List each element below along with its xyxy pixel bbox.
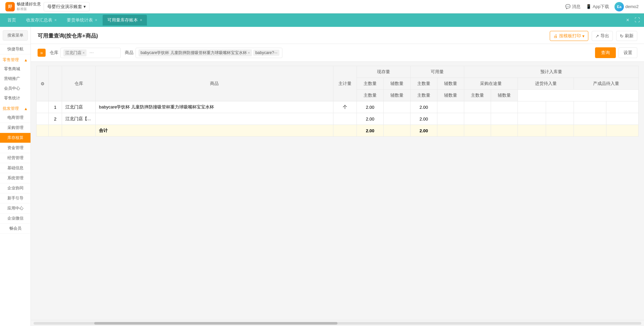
cell-avail-aux-1 bbox=[437, 101, 464, 113]
product-tag1-remove[interactable]: × bbox=[248, 51, 250, 55]
settings-btn[interactable]: 设置 bbox=[619, 47, 637, 58]
th-stock-aux: 辅数量 bbox=[383, 78, 410, 90]
refresh-btn[interactable]: ↻ 刷新 bbox=[616, 31, 637, 41]
print-icon: 🖨 bbox=[553, 34, 558, 39]
product-filter-group: 商品 babycare学饮杯 儿童防摔防撞吸管杯重力球吸嘴杯宝宝水杯 × bab… bbox=[125, 48, 282, 58]
filter-bar: » 仓库 江北门店 × ··· 商品 babycare学饮杯 儿童防摔防撞吸管杯… bbox=[31, 44, 644, 62]
tab-order-stats[interactable]: 要货单统计表 × bbox=[62, 15, 102, 26]
sidebar-item-finance[interactable]: 资金管理 bbox=[0, 143, 31, 153]
product-tag1-text: babycare学饮杯 儿童防摔防撞吸管杯重力球吸嘴杯宝宝水杯 bbox=[141, 50, 247, 56]
cell-stock-aux-1 bbox=[383, 101, 410, 113]
sidebar-item-retail-mall[interactable]: 零售商城 bbox=[0, 64, 31, 74]
search-menu-btn[interactable]: 搜索菜单 bbox=[3, 30, 28, 41]
sidebar-item-purchase[interactable]: 采购管理 bbox=[0, 123, 31, 133]
export-btn[interactable]: ↗ 导出 bbox=[592, 31, 613, 41]
cell-stock-aux-2 bbox=[383, 113, 410, 125]
table-row: 1 江北门店 babycare学饮杯 儿童防摔防撞吸管杯重力球吸嘴杯宝宝水杯 个… bbox=[37, 101, 639, 113]
warehouse-tag-remove[interactable]: × bbox=[83, 51, 85, 55]
th-available-group: 可用量 bbox=[410, 66, 464, 78]
export-label: 导出 bbox=[600, 33, 609, 39]
sidebar-item-retail-stats[interactable]: 零售统计 bbox=[0, 93, 31, 103]
warehouse-filter-input[interactable]: 江北门店 × ··· bbox=[60, 48, 121, 58]
th-unit: 主计量 bbox=[333, 66, 357, 101]
th-stock-group: 现存量 bbox=[357, 66, 410, 78]
footer-bar bbox=[31, 320, 644, 326]
cell-stock-main-1: 2.00 bbox=[357, 101, 383, 113]
sidebar-item-wechat[interactable]: 企业微信 bbox=[0, 214, 31, 224]
tab-order-stats-close[interactable]: × bbox=[95, 18, 97, 22]
sidebar-item-marketing[interactable]: 营销推广 bbox=[0, 74, 31, 84]
sidebar-item-basics[interactable]: 基础信息 bbox=[0, 163, 31, 173]
summary-stock-aux bbox=[383, 125, 410, 137]
horizontal-scrollbar[interactable] bbox=[34, 322, 641, 325]
sidebar-item-ecommerce[interactable]: 电商管理 bbox=[0, 113, 31, 123]
cell-warehouse-2: 江北门店【... bbox=[62, 113, 96, 125]
sidebar-item-newbie[interactable]: 新手引导 bbox=[0, 193, 31, 203]
cell-product-2 bbox=[96, 113, 333, 125]
nav-close-all[interactable]: × bbox=[625, 16, 631, 25]
user-name: demo2 bbox=[625, 4, 639, 9]
tab-stock-summary-close[interactable]: × bbox=[54, 18, 57, 22]
logo-app-name: 畅捷通好生意 bbox=[17, 2, 41, 7]
sidebar-item-inventory[interactable]: 库存核算 bbox=[0, 133, 31, 143]
th-no bbox=[49, 66, 62, 101]
tab-home[interactable]: 首页 bbox=[3, 15, 21, 26]
summary-production-aux bbox=[606, 125, 638, 137]
page-title: 可用量查询(按仓库+商品) bbox=[38, 33, 98, 40]
warehouse-tag-text: 江北门店 bbox=[65, 50, 82, 56]
table-row: 2 江北门店【... 2.00 2.00 bbox=[37, 113, 639, 125]
product-filter-input[interactable]: babycare学饮杯 儿童防摔防撞吸管杯重力球吸嘴杯宝宝水杯 × babyca… bbox=[136, 48, 282, 58]
summary-empty-1 bbox=[37, 125, 49, 137]
sidebar-item-system[interactable]: 系统管理 bbox=[0, 173, 31, 183]
sidebar-section-wholesale[interactable]: 批发管理 ▲ bbox=[0, 103, 31, 113]
product-tag1: babycare学饮杯 儿童防摔防撞吸管杯重力球吸嘴杯宝宝水杯 × bbox=[139, 49, 252, 56]
sidebar-item-operations[interactable]: 经营管理 bbox=[0, 153, 31, 163]
cell-avail-main-1: 2.00 bbox=[410, 101, 437, 113]
sidebar-item-member-plus[interactable]: 畅会员 bbox=[0, 224, 31, 234]
th-settings[interactable]: ⚙ bbox=[37, 66, 49, 101]
message-btn[interactable]: 💬 消息 bbox=[565, 4, 581, 10]
cell-incoming-main-2 bbox=[518, 113, 546, 125]
refresh-icon: ↻ bbox=[620, 34, 624, 39]
table-container: ⚙ 仓库 商品 主计量 现存量 可用量 预计入库量 主数量 辅数量 主数量 辅数… bbox=[31, 62, 644, 320]
filter-expand-btn[interactable]: » bbox=[38, 49, 46, 57]
query-btn[interactable]: 查询 bbox=[595, 47, 616, 58]
warehouse-filter-label: 仓库 bbox=[50, 50, 58, 56]
top-bar-left: 好 畅捷通好生意 标准版 母婴行业演示账套 ▾ bbox=[5, 2, 90, 12]
logo-area: 好 畅捷通好生意 标准版 bbox=[5, 2, 41, 12]
message-icon: 💬 bbox=[565, 4, 571, 9]
summary-empty-2 bbox=[49, 125, 62, 137]
summary-empty-4 bbox=[333, 125, 357, 137]
sidebar-item-enterprise[interactable]: 企业协同 bbox=[0, 183, 31, 193]
tab-stock-summary[interactable]: 收发存汇总表 × bbox=[21, 15, 61, 26]
cell-warehouse-1: 江北门店 bbox=[62, 101, 96, 113]
cell-purchase-main-1 bbox=[464, 101, 491, 113]
logo-text-group: 畅捷通好生意 标准版 bbox=[17, 2, 41, 12]
th-production-group: 产成品待入量 bbox=[574, 78, 639, 90]
sidebar-item-members[interactable]: 会员中心 bbox=[0, 84, 31, 93]
th-production-aux: 辅数量 bbox=[491, 90, 518, 101]
sidebar-wholesale-arrow: ▲ bbox=[24, 106, 28, 111]
tab-available-inventory[interactable]: 可用量库存账本 × bbox=[103, 15, 147, 26]
app-download-btn[interactable]: 📱 App下载 bbox=[586, 4, 609, 10]
cell-settings bbox=[37, 101, 49, 113]
print-btn[interactable]: 🖨 按模板打印 ▾ bbox=[550, 31, 588, 41]
sidebar-item-apps[interactable]: 应用中心 bbox=[0, 203, 31, 214]
app-icon: 📱 bbox=[586, 4, 591, 9]
summary-purchase-main bbox=[464, 125, 491, 137]
avatar: Ea bbox=[614, 2, 624, 11]
th-incoming-group: 进货待入量 bbox=[518, 78, 574, 90]
summary-row: 合计 2.00 2.00 bbox=[37, 125, 639, 137]
th-incoming-main: 主数量 bbox=[410, 90, 437, 101]
sidebar-section-retail[interactable]: 零售管理 ▲ bbox=[0, 54, 31, 64]
th-stock-main: 主数量 bbox=[357, 78, 383, 90]
user-area[interactable]: Ea demo2 bbox=[614, 2, 639, 11]
sidebar-item-quicknav[interactable]: 快捷导航 bbox=[0, 44, 31, 54]
summary-stock-main: 2.00 bbox=[357, 125, 383, 137]
summary-production-main bbox=[574, 125, 606, 137]
nav-expand[interactable]: ⛶ bbox=[633, 16, 641, 25]
org-selector[interactable]: 母婴行业演示账套 ▾ bbox=[44, 2, 90, 11]
logo-icon: 好 bbox=[5, 2, 15, 11]
warehouse-more[interactable]: ··· bbox=[88, 50, 95, 56]
tab-available-inventory-close[interactable]: × bbox=[140, 18, 142, 22]
